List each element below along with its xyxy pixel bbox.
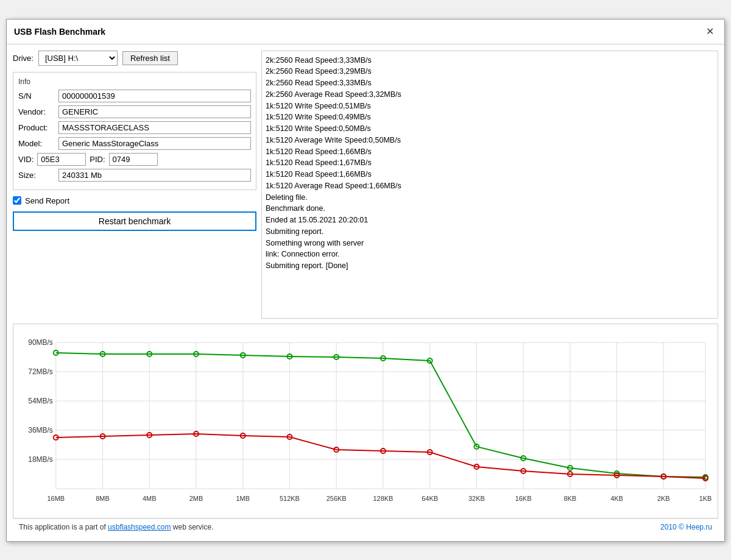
size-label: Size: [18,171,55,180]
close-button[interactable]: ✕ [702,24,717,39]
drive-label: Drive: [13,54,34,63]
restart-benchmark-button[interactable]: Restart benchmark [13,211,256,231]
log-line: link: Connection error. [266,249,714,260]
svg-text:32KB: 32KB [468,494,485,502]
left-panel: Drive: [USB] H:\ Refresh list Info S/N V… [13,51,256,319]
log-line: Deleting file. [266,192,714,204]
chart-container: 90MB/s 72MB/s 54MB/s 36MB/s 18MB/s [19,330,712,515]
sn-label: S/N [18,91,55,101]
sn-row: S/N [18,90,251,102]
log-line: Something wrong with server [266,238,714,249]
vid-input[interactable] [37,153,86,166]
log-line: 1k:5120 Write Speed:0,50MB/s [266,123,714,135]
log-line: 2k:2560 Read Speed:3,33MB/s [266,55,714,66]
svg-text:256KB: 256KB [327,494,347,502]
footer-right: 2010 © Heep.ru [660,523,712,531]
info-section: Info S/N Vendor: Product: Model: [13,72,256,190]
svg-text:64KB: 64KB [422,494,438,502]
window-title: USB Flash Benchmark [14,27,105,37]
info-title: Info [18,77,251,86]
log-line: 1k:5120 Read Speed:1,66MB/s [266,169,714,180]
svg-text:54MB/s: 54MB/s [28,396,53,405]
svg-text:128KB: 128KB [373,494,393,502]
svg-text:72MB/s: 72MB/s [28,367,53,375]
product-row: Product: [18,121,251,134]
drive-row: Drive: [USB] H:\ Refresh list [13,51,256,66]
log-line: 1k:5120 Read Speed:1,66MB/s [266,146,714,158]
send-report-row: Send Report [13,196,256,205]
sn-input[interactable] [58,90,251,102]
log-line: 2k:2560 Read Speed:3,29MB/s [266,66,714,77]
refresh-list-button[interactable]: Refresh list [122,51,178,65]
vendor-label: Vendor: [18,107,55,116]
chart-section: 90MB/s 72MB/s 54MB/s 36MB/s 18MB/s [13,324,718,519]
svg-text:4MB: 4MB [143,494,157,502]
svg-text:16MB: 16MB [47,494,65,502]
title-bar: USB Flash Benchmark ✕ [7,19,724,44]
footer: This application is a part of usbflashsp… [13,519,718,535]
benchmark-chart: 90MB/s 72MB/s 54MB/s 36MB/s 18MB/s [19,330,712,513]
log-line: Submiting report. [Done] [266,260,714,272]
vid-label: VID: [18,155,34,164]
product-input[interactable] [58,121,251,134]
vendor-input[interactable] [58,105,251,118]
drive-select[interactable]: [USB] H:\ [38,51,118,66]
svg-text:8KB: 8KB [563,494,576,502]
model-row: Model: [18,137,251,150]
log-line: 1k:5120 Average Write Speed:0,50MB/s [266,135,714,146]
svg-text:2MB: 2MB [189,494,203,502]
svg-text:4KB: 4KB [610,494,623,502]
size-row: Size: [18,169,251,182]
svg-text:2KB: 2KB [657,494,670,502]
size-input[interactable] [58,169,251,182]
product-label: Product: [18,123,55,132]
log-line: 1k:5120 Write Speed:0,49MB/s [266,112,714,123]
log-line: 1k:5120 Average Read Speed:1,66MB/s [266,180,714,192]
log-line: 2k:2560 Read Speed:3,33MB/s [266,77,714,89]
log-line: Benchmark done. [266,203,714,214]
svg-text:18MB/s: 18MB/s [28,455,53,463]
svg-text:90MB/s: 90MB/s [28,338,53,346]
red-line [56,434,705,478]
top-section: Drive: [USB] H:\ Refresh list Info S/N V… [13,51,718,319]
content-area: Drive: [USB] H:\ Refresh list Info S/N V… [7,44,724,541]
pid-input[interactable] [109,153,158,166]
svg-text:16KB: 16KB [515,494,532,502]
log-line: Ended at 15.05.2021 20:20:01 [266,214,714,226]
main-window: USB Flash Benchmark ✕ Drive: [USB] H:\ R… [6,19,725,542]
log-line: Submiting report. [266,226,714,238]
send-report-checkbox[interactable] [13,196,21,205]
svg-text:8MB: 8MB [96,494,110,502]
model-input[interactable] [58,137,251,150]
footer-link[interactable]: usbflashspeed.com [108,523,171,531]
vendor-row: Vendor: [18,105,251,118]
send-report-label: Send Report [25,196,69,205]
svg-text:1KB: 1KB [699,494,712,502]
svg-text:36MB/s: 36MB/s [28,425,53,434]
model-label: Model: [18,139,55,148]
footer-left: This application is a part of usbflashsp… [19,523,214,531]
vid-pid-row: VID: PID: [18,153,251,166]
pid-label: PID: [90,155,105,164]
svg-text:1MB: 1MB [236,494,250,502]
log-line: 1k:5120 Write Speed:0,51MB/s [266,101,714,112]
log-line: 2k:2560 Average Read Speed:3,32MB/s [266,89,714,101]
log-panel[interactable]: 2k:2560 Read Speed:3,33MB/s2k:2560 Read … [261,51,718,319]
log-line: 1k:5120 Read Speed:1,67MB/s [266,157,714,169]
svg-text:512KB: 512KB [280,494,300,502]
